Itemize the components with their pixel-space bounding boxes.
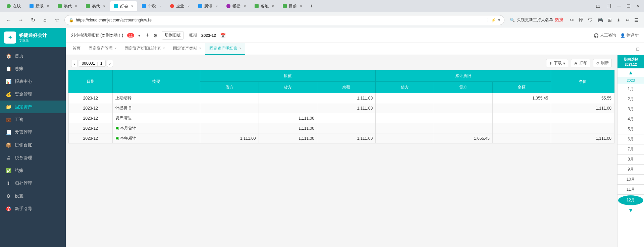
page-tab-home[interactable]: 首页 [68,43,85,55]
sidebar-item-invoices[interactable]: 🧾 发票管理 [0,126,66,139]
undo-icon[interactable]: ↩ [624,16,631,24]
reload-button[interactable]: ↻ [28,15,38,25]
page-tab-close-assets-detail[interactable]: × [239,47,241,50]
back-button[interactable]: ← [4,15,13,25]
tab-close-muqian[interactable]: × [300,4,302,8]
calendar-icon[interactable]: 📅 [220,33,226,38]
bookmark-button[interactable]: ☆ [52,15,62,25]
home-button[interactable]: ⌂ [40,15,50,25]
game-icon[interactable]: 🎮 [596,16,604,24]
menu-icon[interactable]: ☰ [633,16,640,24]
sidebar-item-fixed-assets[interactable]: 📁 固定资产 [0,101,66,113]
minimize-window-icon[interactable]: ─ [625,46,632,52]
period-month-9[interactable]: 9月 [618,165,644,175]
period-month-2[interactable]: 2月 [618,94,644,104]
new-tab-button[interactable]: + [307,1,316,11]
tab-close-yidai1[interactable]: × [75,4,77,8]
period-year-2023[interactable]: 2023 [618,77,644,84]
translate-icon[interactable]: 译 [577,16,585,24]
browser-tab-muqian[interactable]: 目前 × [279,1,306,11]
page-tab-close-assets-category[interactable]: × [199,47,201,50]
sidebar-item-settings[interactable]: ⚙ 设置 [0,190,66,202]
shield-icon[interactable]: 🛡 [587,16,594,24]
address-menu-icon[interactable]: ⋮ [485,18,489,22]
address-input[interactable]: 🔒 https://cloud.chanjet.com/accounting/u… [64,15,504,25]
browser-tab-haokuai[interactable]: 好会 × [110,1,138,11]
browser-tab-changjie[interactable]: 畅捷 × [222,1,250,11]
period-month-10[interactable]: 10月 [618,175,644,185]
refresh-button[interactable]: ↻ 刷新 [593,59,612,67]
tab-close-tencent[interactable]: × [216,4,218,8]
sidebar-item-home[interactable]: 🏠 首页 [0,50,66,62]
page-tab-assets-category[interactable]: 固定资产类别 × [169,43,205,55]
tab-close-haokuai[interactable]: × [131,4,133,8]
user-profile-button[interactable]: 👤 徐译华 [620,33,639,38]
download-button[interactable]: ⬇ 下载 ▾ [546,59,568,67]
window-restore[interactable]: ❐ [604,2,613,10]
next-page-button[interactable]: › [107,60,113,67]
tab-close-geshui[interactable]: × [159,4,161,8]
browser-tab-gedi[interactable]: 各地 × [251,1,278,11]
period-scroll-down[interactable]: ▼ [618,206,644,215]
page-tab-close-depreciation-stats[interactable]: × [163,47,165,50]
browser-tab-new[interactable]: 新版 × [25,1,53,11]
sidebar-item-reports[interactable]: 📊 报表中心 [0,75,66,88]
page-input[interactable]: 000001 | 1 [79,60,106,67]
switch-version-button[interactable]: 切到旧版 [162,31,184,40]
period-month-1[interactable]: 1月 [618,84,644,94]
add-company-icon[interactable]: + [146,32,149,39]
sidebar-item-general-ledger[interactable]: 📋 总账 [0,62,66,75]
prev-page-button[interactable]: ‹ [71,60,77,67]
period-month-11[interactable]: 11月 [618,185,644,195]
brightness-icon[interactable]: ☀ [615,16,622,24]
page-tab-assets-detail[interactable]: 固定资产明细账 × [205,43,246,55]
window-maximize[interactable]: □ [625,2,632,10]
search-area[interactable]: 🔍 央视更新主持人名单 热搜 [510,17,563,23]
page-tab-assets-management[interactable]: 固定资产管理 × [85,43,121,55]
tab-close-gedi[interactable]: × [272,4,274,8]
company-name[interactable]: 刘小艳演示账套 (勿删勿动！) [71,33,123,38]
sidebar-item-closing[interactable]: ✅ 结账 [0,164,66,177]
tab-close-yidai2[interactable]: × [103,4,105,8]
sidebar-item-tax[interactable]: 🖨 税务管理 [0,151,66,164]
browser-tab-yidai2[interactable]: 易代 × [82,1,109,11]
tab-close-new[interactable]: × [47,4,49,8]
browser-tab-yidai1[interactable]: 易代 × [54,1,81,11]
period-month-6[interactable]: 6月 [618,134,644,144]
window-close[interactable]: × [634,2,641,10]
scissors-icon[interactable]: ✂ [569,16,575,24]
address-dropdown-icon[interactable]: ▾ [498,18,500,22]
period-month-5[interactable]: 5月 [618,124,644,134]
period-month-12[interactable]: 12月 [618,195,643,205]
browser-tab-tencent[interactable]: 腾讯 × [194,1,222,11]
settings-small-icon[interactable]: ⚙ [153,33,158,38]
header-dropdown-icon[interactable]: ▾ [138,33,140,38]
forward-button[interactable]: → [16,15,25,25]
tab-close-changjie[interactable]: × [244,4,246,8]
browser-tab-qiye[interactable]: 企业 × [166,1,194,11]
period-month-4[interactable]: 4月 [618,114,644,124]
browser-tab-geshui[interactable]: 个税 × [138,1,165,11]
badge-count[interactable]: 11 [593,3,602,10]
browser-tab-online[interactable]: 在线 [3,1,25,11]
cell-summary: 计提折旧 [112,103,200,113]
sidebar-item-payroll[interactable]: 💼 工资 [0,113,66,126]
tab-close-qiye[interactable]: × [187,4,190,8]
period-month-8[interactable]: 8月 [618,155,644,165]
period-scroll-up[interactable]: ▲ [618,68,644,77]
consultant-button[interactable]: 🎧 人工咨询 [594,33,616,38]
sidebar-item-funds[interactable]: 💰 资金管理 [0,88,66,101]
sidebar-item-guide[interactable]: 🎯 新手引导 [0,202,66,215]
period-month-3[interactable]: 3月 [618,104,644,114]
page-tab-depreciation-stats[interactable]: 固定资产折旧统计表 × [121,43,169,55]
sidebar-item-sales[interactable]: 📦 进销台账 [0,139,66,151]
address-bolt-icon[interactable]: ⚡ [491,18,496,22]
print-button[interactable]: 🖨 打印 [571,59,590,67]
period-month-7[interactable]: 7月 [618,144,644,155]
sidebar-item-archive[interactable]: 🗄 归档管理 [0,177,66,190]
grid-icon[interactable]: ⊞ [606,16,613,24]
maximize-window-icon[interactable]: □ [635,46,641,52]
window-minimize[interactable]: ─ [615,2,623,10]
notification-badge[interactable]: 11 [127,33,134,38]
page-tab-close-assets-management[interactable]: × [115,47,117,50]
